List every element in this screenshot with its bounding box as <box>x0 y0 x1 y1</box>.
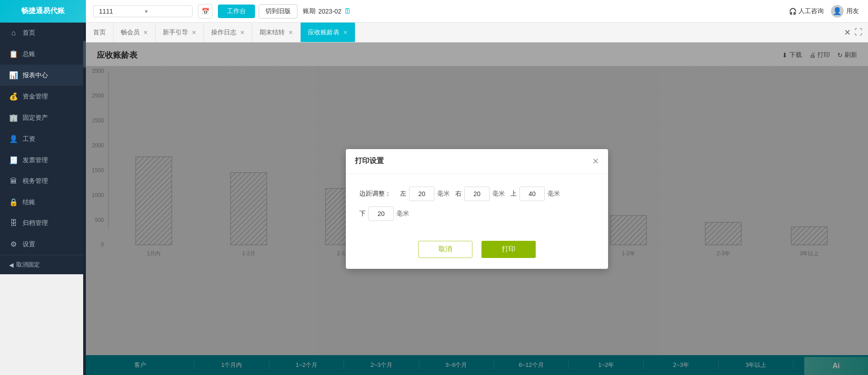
margin-label: 边距调整： <box>359 190 391 198</box>
logo-text: 畅捷通易代账 <box>21 6 65 16</box>
sidebar-item-assets[interactable]: 🏢 固定资产 <box>0 107 86 128</box>
margin-left-input[interactable] <box>409 187 434 201</box>
tab-guide[interactable]: 新手引导✕ <box>156 23 204 42</box>
confirm-print-button[interactable]: 打印 <box>481 241 536 258</box>
workbench-button[interactable]: 工作台 <box>218 5 255 18</box>
support-button[interactable]: 🎧 人工咨询 <box>789 7 824 15</box>
payroll-icon: 👤 <box>9 135 18 143</box>
sidebar-label-home: 首页 <box>23 29 35 37</box>
tab-close-log[interactable]: ✕ <box>240 29 245 36</box>
sidebar-items: ⌂ 首页 📋 总账 📊 报表中心 💰 资金管理 🏢 固定资产 👤 工资 🧾 发票… <box>0 23 86 255</box>
margin-bottom-group: 下 毫米 <box>359 206 409 221</box>
page-content: 应收账龄表 ⬇ 下载 🖨 打印 ↻ 刷新 <box>86 42 868 375</box>
expand-window-icon[interactable]: ⛶ <box>854 28 863 37</box>
home-icon: ⌂ <box>9 29 18 37</box>
tab-bar: 首页畅会员✕新手引导✕操作日志✕期末结转✕应收账龄表✕ ✕ ⛶ <box>86 23 868 42</box>
company-name: 1111 <box>99 8 141 15</box>
tab-label-log: 操作日志 <box>211 28 236 37</box>
sidebar-label-settings: 设置 <box>23 240 35 248</box>
tab-label-guide: 新手引导 <box>163 28 188 37</box>
avatar: 👤 <box>831 5 844 18</box>
tab-close-guide[interactable]: ✕ <box>192 29 196 36</box>
dialog-close-button[interactable]: ✕ <box>592 156 599 166</box>
top-direction-label: 上 <box>510 190 517 198</box>
tab-log[interactable]: 操作日志✕ <box>204 23 252 42</box>
closing-icon: 🔒 <box>9 198 18 206</box>
user-button[interactable]: 👤 用友 <box>831 5 859 18</box>
tabs-container: 首页畅会员✕新手引导✕操作日志✕期末结转✕应收账龄表✕ <box>86 23 355 42</box>
tab-actions: ✕ ⛶ <box>839 23 868 42</box>
sidebar-item-funds[interactable]: 💰 资金管理 <box>0 86 86 107</box>
margin-bottom-input[interactable] <box>368 206 394 221</box>
top-header: 畅捷通易代账 1111 ▾ 📅 工作台 切到旧版 账期 2023-02 🗓 🎧 … <box>0 0 868 23</box>
margin-top-input[interactable] <box>519 187 545 201</box>
sidebar-label-archive: 归档管理 <box>23 219 48 227</box>
bottom-unit-label: 毫米 <box>396 210 409 218</box>
tab-home[interactable]: 首页 <box>86 23 113 42</box>
tab-close-ar_aging[interactable]: ✕ <box>343 29 348 36</box>
tax-icon: 🏛 <box>9 177 18 185</box>
sidebar-label-assets: 固定资产 <box>23 114 48 122</box>
dialog-header: 打印设置 ✕ <box>346 149 608 174</box>
margin-row: 边距调整： 左 毫米 右 毫米 <box>359 187 594 221</box>
tab-ar_aging[interactable]: 应收账龄表✕ <box>301 23 355 42</box>
left-unit-label: 毫米 <box>437 190 450 198</box>
print-settings-dialog: 打印设置 ✕ 边距调整： 左 毫米 右 <box>346 149 608 269</box>
margin-right-group: 右 毫米 <box>455 187 505 201</box>
sidebar-item-closing[interactable]: 🔒 结账 <box>0 192 86 213</box>
tab-label-ar_aging: 应收账龄表 <box>308 28 340 37</box>
tab-label-member: 畅会员 <box>121 28 140 37</box>
tab-label-period_end: 期末结转 <box>259 28 285 37</box>
sidebar-label-funds: 资金管理 <box>23 93 48 101</box>
sidebar-bottom: ◀ 取消固定 <box>0 255 86 274</box>
calendar-icon-button[interactable]: 📅 <box>198 4 212 19</box>
dialog-title: 打印设置 <box>355 156 384 166</box>
main-layout: ⌂ 首页 📋 总账 📊 报表中心 💰 资金管理 🏢 固定资产 👤 工资 🧾 发票… <box>0 23 868 375</box>
tab-close-member[interactable]: ✕ <box>143 29 148 36</box>
tab-period_end[interactable]: 期末结转✕ <box>252 23 301 42</box>
modal-overlay: 打印设置 ✕ 边距调整： 左 毫米 右 <box>86 42 868 375</box>
archive-icon: 🗄 <box>9 219 18 227</box>
left-direction-label: 左 <box>400 190 406 198</box>
period-value: 2023-02 <box>318 8 341 15</box>
company-selector[interactable]: 1111 ▾ <box>93 5 193 17</box>
collapse-sidebar-button[interactable]: ◀ 取消固定 <box>0 255 86 274</box>
logo-area: 畅捷通易代账 <box>0 0 86 23</box>
sidebar-item-archive[interactable]: 🗄 归档管理 <box>0 213 86 234</box>
sidebar-label-closing: 结账 <box>23 198 35 206</box>
sidebar-item-reports[interactable]: 📊 报表中心 <box>0 65 86 86</box>
invoice-icon: 🧾 <box>9 156 18 164</box>
sidebar-label-reports: 报表中心 <box>23 71 48 80</box>
dialog-footer: 取消 打印 <box>346 234 608 269</box>
tab-member[interactable]: 畅会员✕ <box>113 23 156 42</box>
tab-label-home: 首页 <box>93 28 106 37</box>
chevron-down-icon: ▾ <box>145 8 187 15</box>
right-direction-label: 右 <box>455 190 462 198</box>
sidebar-item-invoice[interactable]: 🧾 发票管理 <box>0 150 86 171</box>
collapse-icon: ◀ <box>9 262 14 268</box>
sidebar-item-ledger[interactable]: 📋 总账 <box>0 43 86 65</box>
margin-right-input[interactable] <box>464 187 490 201</box>
sidebar-item-tax[interactable]: 🏛 税务管理 <box>0 171 86 192</box>
cancel-button[interactable]: 取消 <box>418 241 472 258</box>
period-calendar-icon[interactable]: 🗓 <box>344 7 351 15</box>
headset-icon: 🎧 <box>789 8 797 15</box>
assets-icon: 🏢 <box>9 113 18 122</box>
sidebar-item-settings[interactable]: ⚙ 设置 <box>0 234 86 255</box>
close-window-icon[interactable]: ✕ <box>844 28 851 38</box>
sidebar-inner: ⌂ 首页 📋 总账 📊 报表中心 💰 资金管理 🏢 固定资产 👤 工资 🧾 发票… <box>0 23 86 274</box>
switch-old-button[interactable]: 切到旧版 <box>259 4 297 19</box>
tab-close-period_end[interactable]: ✕ <box>288 29 293 36</box>
sidebar-label-tax: 税务管理 <box>23 177 48 185</box>
sidebar-item-home[interactable]: ⌂ 首页 <box>0 23 86 43</box>
reports-icon: 📊 <box>9 71 18 80</box>
user-label: 用友 <box>846 7 859 15</box>
user-icon: 👤 <box>833 7 842 15</box>
calendar-icon: 📅 <box>202 8 209 15</box>
sidebar-label-invoice: 发票管理 <box>23 156 48 164</box>
sidebar-item-payroll[interactable]: 👤 工资 <box>0 128 86 150</box>
period-label: 账期 <box>303 7 316 15</box>
collapse-label: 取消固定 <box>16 261 40 269</box>
support-label: 人工咨询 <box>798 7 824 15</box>
bottom-direction-label: 下 <box>359 210 366 218</box>
